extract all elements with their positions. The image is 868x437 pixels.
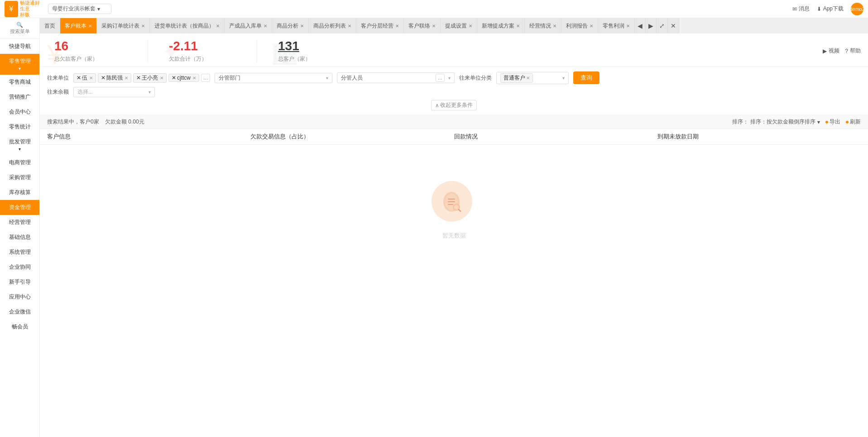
tab-new-commission-plan[interactable]: 新增提成方案 ✕ [477,18,525,33]
sidebar: 🔍 搜索菜单 快捷导航 零售管理 ▾ 零售商城 营销推广 会员中心 零售统计 [0,18,40,437]
tab-close-all-btn[interactable]: ✕ [668,18,679,33]
sidebar-item-quick-nav[interactable]: 快捷导航 [0,39,39,54]
sidebar-item-ops-mgmt[interactable]: 经营管理 [0,215,39,230]
tab-home[interactable]: 首页 [40,18,60,33]
tab-close-product-inbound[interactable]: ✕ [264,24,267,28]
sidebar-item-enterprise-agreement[interactable]: 企业协同 [0,260,39,275]
video-link[interactable]: ▶ 视频 [823,47,839,55]
export-btn[interactable]: 导出 [825,118,840,126]
category-tag: 普通客户 ✕ [500,73,533,83]
summary-text: 搜索结果中，客户0家 欠款金额 0.00元 [47,118,732,126]
tab-close-retail-profit[interactable]: ✕ [626,24,630,28]
avatar: demo2 [851,3,863,15]
sidebar-item-member-vip[interactable]: 畅会员 [0,319,39,334]
tab-close-customer-contact[interactable]: ✕ [432,24,436,28]
summary-bar: 搜索结果中，客户0家 欠款金额 0.00元 排序： 排序：按欠款金额倒序排序 ▾ [40,115,868,129]
help-link[interactable]: ? 帮助 [845,47,861,55]
account-selector[interactable]: 母婴行业演示帐套 ▾ [48,4,111,14]
chevron-down-icon: ▾ [19,147,21,152]
tab-close-profit-report[interactable]: ✕ [590,24,593,28]
tab-purchase-order-stats[interactable]: 采购订单统计表 ✕ [97,18,150,33]
tab-close-new-commission-plan[interactable]: ✕ [516,24,520,28]
sidebar-item-capital-mgmt[interactable]: 资金管理 [0,200,39,215]
sort-select[interactable]: 排序： 排序：按欠款金额倒序排序 ▾ [732,118,820,126]
refresh-dot [846,121,849,124]
dept-select[interactable]: 分管部门 ▾ [215,73,332,83]
unit-tag-wu-close[interactable]: ✕ [89,76,93,81]
sidebar-item-retail-mgmt[interactable]: 零售管理 ▾ [0,54,39,75]
stat-all-customers: 🏢 131 总客户（家） [271,39,347,63]
stat-total-customers: ¥ 16 总欠款客户（家） [47,39,134,63]
empty-state: 暂无数据 [40,145,868,276]
sidebar-item-marketing[interactable]: 营销推广 [0,90,39,104]
chevron-down-icon: ▾ [97,6,100,12]
sidebar-item-basic-info[interactable]: 基础信息 [0,230,39,245]
person-more-btn[interactable]: ... [436,74,445,82]
sidebar-item-new-guide[interactable]: 新手引导 [0,275,39,290]
tab-close-product-analysis[interactable]: ✕ [300,24,304,28]
tab-prev-btn[interactable]: ◀ [635,18,646,33]
tab-business-situation[interactable]: 经营情况 ✕ [525,18,561,33]
customers-all-bg-icon: 🏢 [271,39,299,65]
sidebar-item-purchase-mgmt[interactable]: 采购管理 [0,170,39,185]
unit-tag-wang-close[interactable]: ✕ [160,76,163,81]
person-select-arrow-icon: ▾ [448,76,451,81]
tab-inbound-stats-product[interactable]: 进货单统计表（按商品） ✕ [150,18,225,33]
dept-select-arrow-icon: ▾ [326,76,328,81]
tab-product-inbound[interactable]: 产成品入库单 ✕ [225,18,272,33]
col-repayment: 回款情况 [454,133,657,141]
unit-more-btn[interactable]: ... [201,74,210,82]
person-select[interactable]: 分管人员 ... ▾ [337,72,455,83]
sidebar-item-member-center[interactable]: 会员中心 [0,104,39,119]
sidebar-item-enterprise-wechat[interactable]: 企业微信 [0,304,39,319]
tab-close-customer-segment[interactable]: ✕ [395,24,399,28]
category-select[interactable]: 普通客户 ✕ ▾ [496,72,569,84]
page-content: ¥ 16 总欠款客户（家） ✦ -2.11 欠款合计（万） [40,33,868,437]
table-header: 客户信息 欠款交易信息（占比） 回款情况 到期未放款日期 [40,129,868,145]
tab-retail-profit[interactable]: 零售利润 ✕ [598,18,635,33]
sidebar-item-inventory-check[interactable]: 库存核算 [0,185,39,200]
tab-commission-settings[interactable]: 提成设置 ✕ [441,18,477,33]
tab-customer-segment[interactable]: 客户分层经营 ✕ [356,18,404,33]
message-btn[interactable]: ✉ 消息 [792,5,810,13]
sidebar-item-retail-stats[interactable]: 零售统计 [0,119,39,134]
tab-close-business-situation[interactable]: ✕ [553,24,556,28]
tab-close-inbound-stats-product[interactable]: ✕ [216,24,220,28]
col-debt-info: 欠款交易信息（占比） [250,133,454,141]
unit-tag-cjttcw-close[interactable]: ✕ [192,76,196,81]
sidebar-item-sys-mgmt[interactable]: 系统管理 [0,245,39,260]
stats-area: ¥ 16 总欠款客户（家） ✦ -2.11 欠款合计（万） [40,33,868,67]
tab-close-product-analysis-list[interactable]: ✕ [348,24,351,28]
refresh-btn[interactable]: 刷新 [846,118,861,126]
sidebar-item-wholesale-mgmt[interactable]: 批发管理 ▾ [0,134,39,155]
query-button[interactable]: 查询 [573,71,599,84]
sidebar-item-app-center[interactable]: 应用中心 [0,290,39,304]
tab-profit-report[interactable]: 利润报告 ✕ [561,18,598,33]
sidebar-search[interactable]: 🔍 搜索菜单 [0,18,39,39]
tab-next-btn[interactable]: ▶ [646,18,657,33]
search-icon: 🔍 [16,22,23,28]
app-download-btn[interactable]: ⬇ App下载 [817,5,844,13]
tab-product-analysis[interactable]: 商品分析 ✕ [272,18,309,33]
tab-close-accounts-receivable[interactable]: ✕ [88,24,92,28]
sidebar-item-ecommerce-mgmt[interactable]: 电商管理 [0,155,39,170]
tab-customer-contact[interactable]: 客户联络 ✕ [404,18,441,33]
balance-select[interactable]: 选择... ▾ [73,87,155,97]
unit-tag-chen-close[interactable]: ✕ [125,76,128,81]
sidebar-item-retail-mall[interactable]: 零售商城 [0,75,39,90]
empty-state-text: 暂无数据 [442,232,466,240]
tab-expand-btn[interactable]: ⤢ [657,18,668,33]
user-menu[interactable]: demo2 [851,3,863,15]
tab-close-purchase-order-stats[interactable]: ✕ [141,24,145,28]
filter-row-2: 往来余额 选择... ▾ [47,87,861,97]
debt-bg-icon: ✦ [162,39,181,65]
unit-tags: ✕ 伍 ✕ ✕ 陈民强 ✕ ✕ 王小亮 [73,73,210,83]
category-tag-close[interactable]: ✕ [526,76,530,81]
empty-icon-circle [432,181,472,222]
tab-accounts-receivable[interactable]: 客户账本 ✕ [60,18,97,33]
tab-close-commission-settings[interactable]: ✕ [469,24,472,28]
main-layout: 🔍 搜索菜单 快捷导航 零售管理 ▾ 零售商城 营销推广 会员中心 零售统计 [0,18,868,437]
tab-product-analysis-list[interactable]: 商品分析列表 ✕ [309,18,356,33]
category-select-arrow-icon: ▾ [562,76,565,81]
collapse-btn[interactable]: ∧ 收起更多条件 [431,100,477,110]
